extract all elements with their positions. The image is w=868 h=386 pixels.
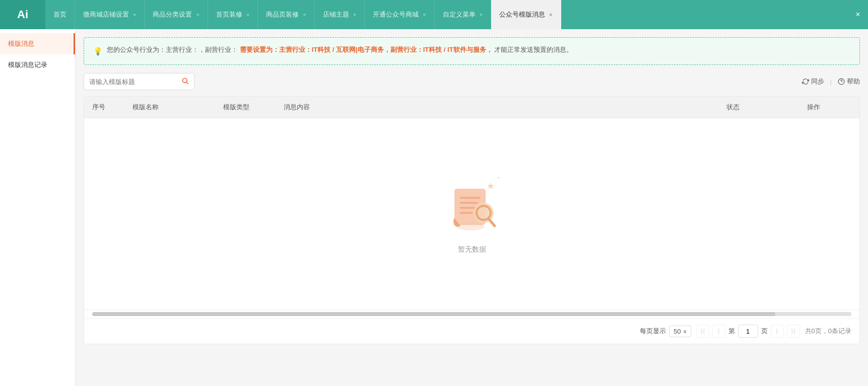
table-body: 暂无数据 bbox=[84, 118, 859, 310]
close-tab-shop-theme-icon[interactable]: × bbox=[353, 12, 356, 18]
data-table: 序号模版名称模版类型消息内容状态操作 bbox=[84, 96, 860, 344]
main-layout: 模版消息模版消息记录 💡 您的公众号行业为：主营行业：，副营行业： 需要设置为：… bbox=[0, 29, 868, 386]
page-input[interactable] bbox=[738, 325, 758, 338]
pagination: 每页显示 50 ∨ ⟨⟨ ⟨ 第 页 ⟩ ⟩⟩ 共0页，0条记录 bbox=[84, 318, 859, 344]
close-tab-custom-menu-icon[interactable]: × bbox=[480, 12, 483, 18]
empty-state: 暂无数据 bbox=[439, 174, 505, 254]
svg-point-0 bbox=[183, 79, 187, 83]
close-tab-category-settings-icon[interactable]: × bbox=[196, 12, 199, 18]
help-button[interactable]: 帮助 bbox=[838, 77, 860, 86]
page-label-prefix: 第 bbox=[728, 327, 735, 336]
scroll-bar-area bbox=[84, 310, 859, 318]
page-size-dropdown[interactable]: 50 ∨ bbox=[669, 326, 691, 337]
notice-text: 您的公众号行业为：主营行业：，副营行业： 需要设置为：主营行业：IT科技 / 互… bbox=[107, 45, 573, 55]
close-tab-product-decor-icon[interactable]: × bbox=[303, 12, 306, 18]
col-header-name: 模版名称 bbox=[124, 97, 215, 118]
nav-tab-product-decor[interactable]: 商品页装修× bbox=[258, 0, 314, 29]
close-tab-home-decor-icon[interactable]: × bbox=[246, 12, 249, 18]
prev-page-button[interactable]: ⟨ bbox=[712, 325, 725, 338]
nav-tab-open-mall[interactable]: 开通公众号商城× bbox=[365, 0, 434, 29]
notice-banner: 💡 您的公众号行业为：主营行业：，副营行业： 需要设置为：主营行业：IT科技 /… bbox=[84, 37, 860, 65]
page-size-select: 每页显示 50 ∨ bbox=[640, 326, 691, 337]
page-nav: ⟨⟨ ⟨ 第 页 ⟩ ⟩⟩ bbox=[696, 325, 800, 338]
col-header-content: 消息内容 bbox=[276, 97, 718, 118]
sync-icon bbox=[802, 78, 809, 85]
col-header-status: 状态 bbox=[718, 97, 799, 118]
search-input[interactable] bbox=[89, 78, 181, 86]
divider: | bbox=[830, 78, 832, 86]
nav-tab-home[interactable]: 首页 bbox=[45, 0, 75, 29]
logo-text: Ai bbox=[17, 8, 28, 21]
col-header-action: 操作 bbox=[799, 97, 859, 118]
last-page-button[interactable]: ⟩⟩ bbox=[787, 325, 800, 338]
logo: Ai bbox=[0, 0, 45, 29]
close-tab-template-msg-icon[interactable]: × bbox=[549, 12, 552, 18]
close-tab-open-mall-icon[interactable]: × bbox=[423, 12, 426, 18]
search-button[interactable] bbox=[181, 77, 189, 86]
chevron-down-icon: ∨ bbox=[683, 329, 687, 334]
sidebar: 模版消息模版消息记录 bbox=[0, 29, 76, 386]
sync-button[interactable]: 同步 bbox=[802, 77, 824, 86]
close-tab-shop-settings-icon[interactable]: × bbox=[133, 12, 136, 18]
nav-tab-shop-settings[interactable]: 微商城店铺设置× bbox=[75, 0, 145, 29]
search-bar: 同步 | 帮助 bbox=[84, 73, 860, 90]
first-page-button[interactable]: ⟨⟨ bbox=[696, 325, 709, 338]
search-input-wrap[interactable] bbox=[84, 73, 194, 90]
nav-tab-shop-theme[interactable]: 店铺主题× bbox=[315, 0, 365, 29]
nav-tab-template-msg[interactable]: 公众号模版消息× bbox=[491, 0, 561, 29]
page-label-suffix: 页 bbox=[761, 327, 768, 336]
scroll-track[interactable] bbox=[92, 312, 851, 316]
svg-line-11 bbox=[489, 219, 495, 226]
notice-icon: 💡 bbox=[93, 45, 103, 57]
svg-line-1 bbox=[186, 82, 188, 84]
nav-tab-home-decor[interactable]: 首页装修× bbox=[208, 0, 258, 29]
nav-tabs: 首页微商城店铺设置×商品分类设置×首页装修×商品页装修×店铺主题×开通公众号商城… bbox=[45, 0, 848, 29]
total-info: 共0页，0条记录 bbox=[805, 327, 851, 336]
nav-tab-custom-menu[interactable]: 自定义菜单× bbox=[435, 0, 491, 29]
col-header-index: 序号 bbox=[84, 97, 124, 118]
col-header-type: 模版类型 bbox=[215, 97, 276, 118]
help-icon bbox=[838, 78, 845, 85]
table-header: 序号模版名称模版类型消息内容状态操作 bbox=[84, 97, 859, 118]
content-area: 💡 您的公众号行业为：主营行业：，副营行业： 需要设置为：主营行业：IT科技 /… bbox=[76, 29, 868, 386]
scroll-thumb bbox=[92, 312, 775, 316]
search-icon bbox=[181, 77, 189, 85]
nav-tab-category-settings[interactable]: 商品分类设置× bbox=[145, 0, 208, 29]
close-all-button[interactable]: × bbox=[848, 0, 868, 29]
sidebar-item-template-records[interactable]: 模版消息记录 bbox=[0, 54, 75, 75]
sidebar-item-template-msg[interactable]: 模版消息 bbox=[0, 33, 75, 54]
empty-text: 暂无数据 bbox=[458, 245, 486, 254]
toolbar-right: 同步 | 帮助 bbox=[802, 77, 860, 86]
next-page-button[interactable]: ⟩ bbox=[771, 325, 784, 338]
top-nav: Ai 首页微商城店铺设置×商品分类设置×首页装修×商品页装修×店铺主题×开通公众… bbox=[0, 0, 868, 29]
empty-illustration bbox=[439, 174, 505, 239]
